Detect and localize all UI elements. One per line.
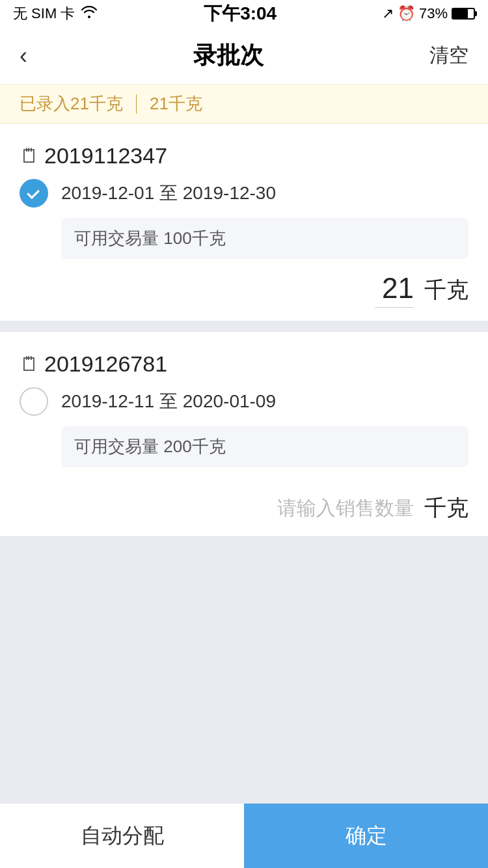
batch2-qty-placeholder[interactable]: 请输入销售数量 bbox=[277, 495, 414, 522]
batch1-date-range: 2019-12-01 至 2019-12-30 bbox=[61, 181, 276, 206]
status-time: 下午3:04 bbox=[204, 1, 277, 26]
batch2-row: 2019-12-11 至 2020-01-09 bbox=[20, 387, 468, 416]
batch1-header: 🗒 2019112347 bbox=[20, 143, 468, 169]
nav-bar: ‹ 录批次 清空 bbox=[0, 27, 488, 85]
auto-distribute-button[interactable]: 自动分配 bbox=[0, 804, 244, 868]
battery-text: 73% bbox=[419, 5, 448, 22]
status-right: ↗ ⏰ 73% bbox=[382, 5, 475, 22]
battery-icon bbox=[452, 8, 475, 20]
alarm-icon: ⏰ bbox=[398, 5, 415, 22]
bottom-bar: 自动分配 确定 bbox=[0, 803, 488, 868]
batch2-available-row: 可用交易量 200千克 bbox=[61, 426, 468, 467]
back-button[interactable]: ‹ bbox=[20, 42, 27, 70]
batch1-card: 🗒 2019112347 2019-12-01 至 2019-12-30 可用交… bbox=[0, 124, 488, 259]
location-icon: ↗ bbox=[382, 5, 394, 22]
batch2-header: 🗒 2019126781 bbox=[20, 351, 468, 377]
batch2-id: 2019126781 bbox=[44, 351, 167, 377]
confirm-button[interactable]: 确定 bbox=[244, 804, 488, 868]
batch1-available-qty: 可用交易量 100千克 bbox=[61, 218, 468, 259]
gray-area bbox=[0, 537, 488, 810]
batch2-icon: 🗒 bbox=[20, 353, 39, 375]
batch2-available-qty: 可用交易量 200千克 bbox=[61, 426, 468, 467]
batch1-radio[interactable] bbox=[20, 179, 48, 208]
summary-divider bbox=[136, 94, 137, 114]
batch2-qty-unit: 千克 bbox=[424, 493, 468, 523]
batch2-radio[interactable] bbox=[20, 387, 48, 416]
section-divider bbox=[0, 321, 488, 332]
batch1-row: 2019-12-01 至 2019-12-30 bbox=[20, 179, 468, 208]
batch1-icon: 🗒 bbox=[20, 145, 39, 167]
batch1-id: 2019112347 bbox=[44, 143, 167, 169]
batch1-available-row: 可用交易量 100千克 bbox=[61, 218, 468, 259]
summary-label: 已录入21千克 bbox=[20, 92, 123, 115]
summary-value: 21千克 bbox=[150, 92, 202, 115]
page-title: 录批次 bbox=[193, 40, 264, 72]
summary-bar: 已录入21千克 21千克 bbox=[0, 85, 488, 124]
wifi-icon bbox=[80, 5, 98, 22]
batch2-card: 🗒 2019126781 2019-12-11 至 2020-01-09 可用交… bbox=[0, 332, 488, 480]
status-left: 无 SIM 卡 bbox=[13, 4, 98, 23]
batch2-date-range: 2019-12-11 至 2020-01-09 bbox=[61, 389, 276, 414]
no-sim-text: 无 SIM 卡 bbox=[13, 4, 75, 23]
status-bar: 无 SIM 卡 下午3:04 ↗ ⏰ 73% bbox=[0, 0, 488, 27]
batch1-qty-unit: 千克 bbox=[424, 275, 468, 305]
batch1-qty-value[interactable]: 21 bbox=[375, 272, 414, 308]
clear-button[interactable]: 清空 bbox=[429, 42, 468, 69]
batch1-qty-input-row[interactable]: 21 千克 bbox=[0, 259, 488, 321]
batch2-qty-input-row[interactable]: 请输入销售数量 千克 bbox=[0, 480, 488, 537]
